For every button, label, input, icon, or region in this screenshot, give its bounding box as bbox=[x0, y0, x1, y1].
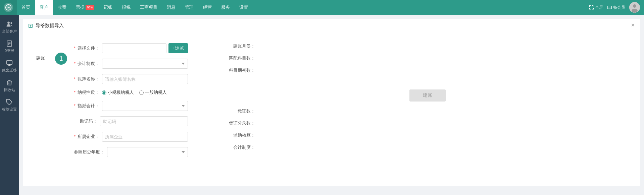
voucher-entries-label: 凭证分录数： bbox=[228, 120, 255, 126]
sidebar-item-declare[interactable]: 0申报 bbox=[0, 37, 19, 56]
sidebar-label: 回收站 bbox=[4, 88, 15, 92]
fullscreen-btn[interactable]: 全屏 bbox=[589, 5, 603, 10]
nav-right: 全屏 畅会员 bbox=[589, 2, 640, 13]
card-title: 导爷数据导入 bbox=[36, 23, 64, 29]
logo bbox=[0, 0, 17, 15]
auxiliary-label: 辅助核算： bbox=[228, 132, 255, 138]
select-file-label: * 选择文件： bbox=[74, 45, 99, 51]
tags-icon bbox=[5, 98, 13, 106]
main-card: 导爷数据导入 × 建账 1 * 选择文件： bbox=[23, 19, 640, 186]
accounting-system-label: * 会计制度： bbox=[74, 61, 99, 67]
accounting-system-row: * 会计制度： bbox=[74, 59, 188, 69]
sidebar-label: 账套迁移 bbox=[2, 68, 17, 72]
owner-company-input[interactable] bbox=[102, 132, 188, 142]
owner-company-row: * 所属企业： bbox=[74, 132, 188, 142]
subject-init-row: 科目期初数： bbox=[228, 67, 627, 73]
voucher-count-row: 凭证数： bbox=[228, 108, 627, 114]
top-nav: 首页 客户 收费 票据 new 记账 报税 工商项目 消息 管理 经营 服务 设… bbox=[0, 0, 644, 15]
sidebar: 全部客户 0申报 账套迁移 回收站 标签设置 bbox=[0, 15, 19, 195]
assign-accountant-label: * 指派会计： bbox=[74, 103, 99, 109]
import-icon bbox=[28, 23, 33, 28]
migrate-icon bbox=[5, 59, 13, 67]
ledger-name-input[interactable] bbox=[102, 74, 188, 84]
sidebar-item-recycle[interactable]: 回收站 bbox=[0, 76, 19, 95]
tax-type-row: * 纳税性质： 小规模纳税人 一般纳税人 bbox=[74, 89, 188, 95]
nav-item-home[interactable]: 首页 bbox=[17, 0, 35, 15]
tax-option2-radio[interactable] bbox=[139, 90, 144, 95]
reference-year-select[interactable] bbox=[107, 147, 188, 157]
card-header: 导爷数据导入 bbox=[23, 19, 640, 33]
build-btn-wrap: 建账 bbox=[228, 79, 627, 102]
info-panel: 建账月份： 匹配科目数： 科目期初数： 建账 凭证 bbox=[208, 43, 627, 157]
nav-item-service[interactable]: 服务 bbox=[216, 0, 235, 15]
step-text: 建账 bbox=[36, 55, 45, 61]
match-subjects-row: 匹配科目数： bbox=[228, 55, 627, 61]
sidebar-label: 全部客户 bbox=[2, 29, 17, 34]
form-fields: * 选择文件： +浏览 * 会计制度： bbox=[74, 43, 188, 157]
file-input[interactable] bbox=[102, 43, 167, 53]
browse-button[interactable]: +浏览 bbox=[168, 43, 188, 53]
recycle-icon bbox=[5, 79, 13, 87]
nav-items: 首页 客户 收费 票据 new 记账 报税 工商项目 消息 管理 经营 服务 设… bbox=[17, 0, 589, 15]
nav-item-invoice[interactable]: 票据 new bbox=[71, 0, 99, 15]
accounting-system-info-label: 会计制度： bbox=[228, 144, 255, 150]
file-row: +浏览 bbox=[102, 43, 188, 53]
sidebar-label: 标签设置 bbox=[2, 107, 17, 112]
subject-init-label: 科目期初数： bbox=[228, 67, 255, 73]
sidebar-item-tags[interactable]: 标签设置 bbox=[0, 95, 19, 114]
nav-item-message[interactable]: 消息 bbox=[162, 0, 180, 15]
build-month-row: 建账月份： bbox=[228, 43, 627, 49]
tax-option1-radio[interactable] bbox=[102, 90, 106, 95]
main-layout: 全部客户 0申报 账套迁移 回收站 标签设置 bbox=[0, 15, 644, 195]
svg-point-6 bbox=[10, 22, 12, 24]
all-customers-icon bbox=[5, 20, 13, 28]
sidebar-item-migrate[interactable]: 账套迁移 bbox=[0, 56, 19, 75]
close-button[interactable]: × bbox=[631, 22, 635, 28]
voucher-entries-row: 凭证分录数： bbox=[228, 120, 627, 126]
step-badge: 1 bbox=[55, 53, 67, 65]
declare-icon bbox=[5, 40, 13, 48]
user-avatar[interactable] bbox=[629, 2, 640, 13]
nav-item-manage[interactable]: 管理 bbox=[180, 0, 198, 15]
reference-year-row: 参照历史年度： bbox=[74, 147, 188, 157]
nav-item-customer[interactable]: 客户 bbox=[35, 0, 53, 15]
ledger-name-label: * 账簿名称： bbox=[74, 76, 99, 82]
nav-item-operation[interactable]: 经营 bbox=[198, 0, 216, 15]
nav-item-tax[interactable]: 报税 bbox=[117, 0, 135, 15]
auxiliary-row: 辅助核算： bbox=[228, 132, 627, 138]
nav-item-bookkeeping[interactable]: 记账 bbox=[99, 0, 117, 15]
memo-row: 助记码： bbox=[74, 116, 188, 126]
svg-point-3 bbox=[633, 4, 636, 8]
nav-item-settings[interactable]: 设置 bbox=[235, 0, 253, 15]
nav-item-fee[interactable]: 收费 bbox=[53, 0, 71, 15]
svg-rect-1 bbox=[607, 6, 611, 9]
assign-accountant-row: * 指派会计： bbox=[74, 101, 188, 111]
owner-company-label: * 所属企业： bbox=[74, 134, 99, 140]
assign-accountant-select[interactable] bbox=[102, 101, 188, 111]
voucher-count-label: 凭证数： bbox=[228, 108, 255, 114]
sidebar-item-all-customers[interactable]: 全部客户 bbox=[0, 17, 19, 36]
ledger-name-row: * 账簿名称： bbox=[74, 74, 188, 84]
tax-type-label: * 纳税性质： bbox=[74, 89, 99, 95]
form-container: 建账 1 * 选择文件： +浏览 bbox=[23, 33, 640, 167]
match-subjects-label: 匹配科目数： bbox=[228, 55, 255, 61]
tax-option2-label[interactable]: 一般纳税人 bbox=[139, 89, 167, 95]
svg-point-4 bbox=[632, 9, 638, 13]
accounting-system-info-row: 会计制度： bbox=[228, 144, 627, 150]
member-btn[interactable]: 畅会员 bbox=[607, 5, 625, 10]
tax-option1-label[interactable]: 小规模纳税人 bbox=[102, 89, 134, 95]
sidebar-label: 0申报 bbox=[5, 49, 14, 53]
reference-year-label: 参照历史年度： bbox=[74, 149, 104, 155]
svg-rect-11 bbox=[7, 61, 12, 65]
main-content: 导爷数据导入 × 建账 1 * 选择文件： bbox=[19, 15, 644, 195]
tax-radio-group: 小规模纳税人 一般纳税人 bbox=[102, 89, 188, 95]
select-file-row: * 选择文件： +浏览 bbox=[74, 43, 188, 53]
form-left: 建账 1 * 选择文件： +浏览 bbox=[36, 43, 188, 157]
memo-input[interactable] bbox=[100, 116, 188, 126]
new-badge: new bbox=[86, 5, 94, 10]
svg-point-5 bbox=[7, 22, 10, 24]
build-button[interactable]: 建账 bbox=[409, 89, 446, 102]
memo-label: 助记码： bbox=[74, 118, 97, 124]
accounting-system-select[interactable] bbox=[102, 59, 188, 69]
nav-item-business[interactable]: 工商项目 bbox=[135, 0, 162, 15]
